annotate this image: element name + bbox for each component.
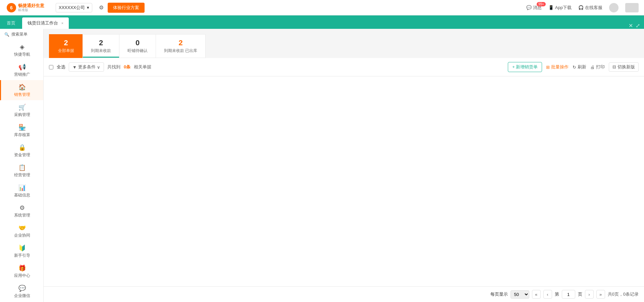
tab-close-icon[interactable]: ✕ bbox=[629, 22, 633, 29]
tab-home[interactable]: 首页 bbox=[0, 17, 22, 29]
page-next-btn[interactable]: › bbox=[585, 290, 594, 299]
sidebar-label-operation: 经营管理 bbox=[14, 172, 30, 178]
select-all-checkbox[interactable] bbox=[49, 65, 53, 69]
sidebar-item-guide[interactable]: 🔰 新手引导 bbox=[0, 241, 43, 261]
card-overdue-num: 2 bbox=[91, 39, 111, 47]
sidebar-item-marketing[interactable]: 📢 营销推广 bbox=[0, 60, 43, 80]
refresh-icon: ↻ bbox=[573, 65, 576, 70]
page-word: 第 bbox=[555, 291, 559, 297]
sidebar-label-quick-nav: 快捷导航 bbox=[14, 52, 30, 57]
sidebar-label-guide: 新手引导 bbox=[14, 253, 30, 258]
sales-icon: 🏠 bbox=[18, 83, 26, 91]
logo-text: 畅捷通好生意 标准版 bbox=[18, 3, 44, 12]
filter-btn[interactable]: ▼ 更多条件 ∨ bbox=[69, 62, 104, 72]
app-download-icon: 📱 bbox=[548, 5, 554, 10]
sidebar-item-wechat[interactable]: 💬 企业微信 bbox=[0, 281, 43, 301]
card-overdue[interactable]: 2 到期未收款 bbox=[83, 34, 119, 58]
sidebar-item-purchase[interactable]: 🛒 采购管理 bbox=[0, 100, 43, 120]
sidebar-item-system[interactable]: ⚙ 系统管理 bbox=[0, 201, 43, 221]
refresh-label: 刷新 bbox=[578, 64, 586, 70]
enterprise-icon: 🤝 bbox=[18, 224, 26, 232]
inventory-icon: 🏪 bbox=[18, 124, 26, 131]
per-page-label: 每页显示 bbox=[490, 291, 508, 297]
main-layout: 🔍 搜索菜单 ◈ 快捷导航 📢 营销推广 🏠 销售管理 🛒 采购管理 🏪 库存核… bbox=[0, 29, 644, 302]
filter-icon: ▼ bbox=[72, 65, 77, 70]
total-text: 共0页，0条记录 bbox=[608, 291, 639, 297]
online-service-label: 在线客服 bbox=[585, 5, 602, 11]
toolbar-right: + 新增销货单 ⊞ 批量操作 ↻ 刷新 🖨 打印 ⊟ 切换新版 bbox=[508, 62, 639, 72]
experience-btn[interactable]: 体验行业方案 bbox=[108, 3, 145, 13]
table-area bbox=[44, 76, 644, 286]
guide-icon: 🔰 bbox=[18, 244, 26, 252]
page-last-btn[interactable]: » bbox=[596, 290, 605, 299]
close-tab-icon[interactable]: × bbox=[61, 21, 63, 25]
pagination-bar: 每页显示 50 10 20 100 « ‹ 第 页 › » 共0页，0条记录 bbox=[44, 286, 644, 302]
top-center: XXXXXX公司 ▾ ⚙ 体验行业方案 bbox=[49, 3, 526, 13]
tab-active[interactable]: 钱货日清工作台 × bbox=[22, 17, 69, 29]
page-prev-btn[interactable]: ‹ bbox=[543, 290, 552, 299]
sidebar-item-app-center[interactable]: 🎁 应用中心 bbox=[0, 261, 43, 281]
search-icon: 🔍 bbox=[4, 32, 9, 37]
operation-icon: 📋 bbox=[18, 164, 26, 171]
sidebar-item-finance[interactable]: 🔒 资金管理 bbox=[0, 140, 43, 161]
sidebar-label-marketing: 营销推广 bbox=[14, 72, 30, 77]
sidebar-label-sales: 销售管理 bbox=[14, 92, 30, 98]
logo-main: 畅捷通好生意 bbox=[18, 3, 44, 8]
sidebar-item-operation[interactable]: 📋 经营管理 bbox=[0, 161, 43, 181]
page-first-btn[interactable]: « bbox=[532, 290, 541, 299]
card-shipped-label: 到期未收款 已出库 bbox=[164, 48, 197, 54]
sidebar-item-sales[interactable]: 🏠 销售管理 bbox=[0, 80, 43, 100]
switch-label: 切换新版 bbox=[618, 64, 635, 69]
system-icon: ⚙ bbox=[19, 204, 25, 212]
message-badge: 99+ bbox=[537, 2, 546, 6]
table-empty bbox=[44, 76, 644, 286]
sidebar-label-app-center: 应用中心 bbox=[14, 273, 30, 279]
search-label: 搜索菜单 bbox=[11, 32, 28, 37]
summary-cards: 2 全部单据 2 到期未收款 0 旺铺待确认 2 到期未收款 已出库 bbox=[44, 29, 644, 58]
filter-dropdown-icon: ∨ bbox=[97, 65, 100, 70]
app-download-item[interactable]: 📱 App下载 bbox=[548, 5, 572, 11]
batch-btn[interactable]: ⊞ 批量操作 bbox=[546, 64, 569, 70]
page-input[interactable] bbox=[562, 290, 575, 299]
base-info-icon: 📊 bbox=[18, 184, 26, 191]
card-shipped[interactable]: 2 到期未收款 已出库 bbox=[156, 34, 206, 58]
tab-expand-icon[interactable]: ⤢ bbox=[636, 22, 640, 29]
refresh-btn[interactable]: ↻ 刷新 bbox=[573, 64, 586, 70]
sidebar-label-purchase: 采购管理 bbox=[14, 112, 30, 118]
message-item[interactable]: 💬 消息 99+ bbox=[526, 5, 542, 11]
card-wangpu-label: 旺铺待确认 bbox=[127, 48, 148, 54]
settings-icon[interactable]: ⚙ bbox=[99, 4, 104, 11]
sidebar-item-inventory[interactable]: 🏪 库存核算 bbox=[0, 120, 43, 140]
per-page-select[interactable]: 50 10 20 100 bbox=[511, 290, 529, 299]
app-download-label: App下载 bbox=[555, 5, 572, 11]
sidebar-search[interactable]: 🔍 搜索菜单 bbox=[0, 29, 43, 40]
headset-icon: 🎧 bbox=[578, 5, 584, 10]
avatar[interactable] bbox=[609, 3, 619, 12]
sidebar-item-quick-nav[interactable]: ◈ 快捷导航 bbox=[0, 40, 43, 60]
finance-icon: 🔒 bbox=[18, 144, 26, 151]
tab-label: 钱货日清工作台 bbox=[28, 20, 58, 25]
batch-label: 批量操作 bbox=[551, 64, 569, 70]
select-all-label: 全选 bbox=[57, 64, 65, 70]
wechat-icon: 💬 bbox=[18, 285, 26, 292]
card-overdue-label: 到期未收款 bbox=[91, 48, 111, 54]
online-service-item[interactable]: 🎧 在线客服 bbox=[578, 5, 602, 11]
top-bar: 6 畅捷通好生意 标准版 XXXXXX公司 ▾ ⚙ 体验行业方案 💬 消息 99… bbox=[0, 0, 644, 15]
card-all[interactable]: 2 全部单据 bbox=[49, 34, 83, 58]
marketing-icon: 📢 bbox=[18, 63, 26, 71]
tab-nav: 首页 钱货日清工作台 × ✕ ⤢ bbox=[0, 15, 644, 29]
card-all-label: 全部单据 bbox=[57, 48, 74, 54]
print-btn[interactable]: 🖨 打印 bbox=[590, 64, 605, 70]
found-count: 0条 bbox=[124, 64, 130, 70]
user-info[interactable] bbox=[625, 3, 639, 12]
add-btn[interactable]: + 新增销货单 bbox=[508, 62, 542, 72]
tab-right-controls: ✕ ⤢ bbox=[629, 22, 644, 29]
company-selector[interactable]: XXXXXX公司 ▾ bbox=[56, 3, 92, 12]
switch-btn[interactable]: ⊟ 切换新版 bbox=[609, 62, 639, 72]
card-wangpu-num: 0 bbox=[127, 39, 148, 47]
sidebar-item-enterprise[interactable]: 🤝 企业协同 bbox=[0, 221, 43, 241]
sidebar-label-finance: 资金管理 bbox=[14, 152, 30, 158]
card-wangpu[interactable]: 0 旺铺待确认 bbox=[119, 34, 156, 58]
dropdown-icon: ▾ bbox=[87, 5, 89, 10]
sidebar-item-base-info[interactable]: 📊 基础信息 bbox=[0, 181, 43, 201]
